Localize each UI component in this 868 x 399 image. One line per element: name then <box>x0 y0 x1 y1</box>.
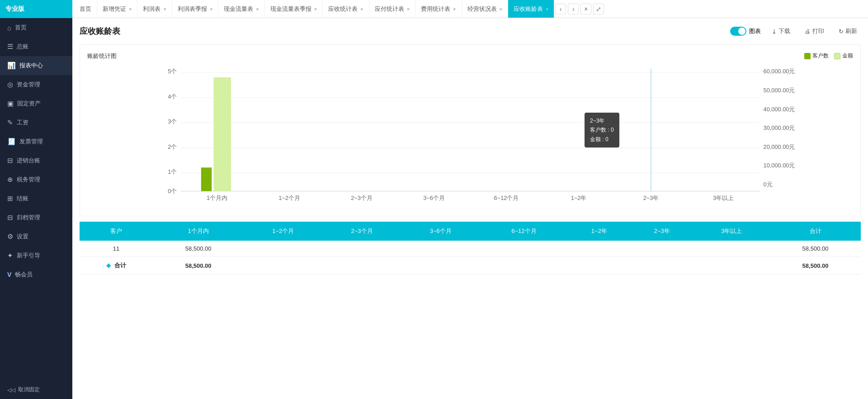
legend-amount: 金额 <box>834 52 853 60</box>
legend-customer-color <box>804 53 811 59</box>
svg-text:40,000.00元: 40,000.00元 <box>764 106 795 113</box>
tab-close-all[interactable]: × <box>580 4 591 14</box>
tab-ap-stats[interactable]: 应付统计表 × <box>369 0 415 18</box>
svg-text:3~6个月: 3~6个月 <box>423 195 445 201</box>
download-label: 下载 <box>778 27 790 35</box>
sidebar: 专业版 ⌂ 首页 ☰ 总账 📊 报表中心 ◎ 资金管理 ▣ 固定资产 ✎ 工资 … <box>0 0 72 399</box>
sidebar-item-label: 总账 <box>17 43 28 51</box>
table-total-row: ◈ 合计 58,500.00 58,500.00 <box>80 257 861 275</box>
tab-profit-label: 利润表 <box>143 5 160 13</box>
tab-ar-aging-close[interactable]: × <box>546 6 548 12</box>
tab-ar-aging[interactable]: 应收账龄表 × <box>508 0 554 18</box>
tax-icon: ⊕ <box>7 176 13 184</box>
sidebar-item-tax-mgmt[interactable]: ⊕ 税务管理 <box>0 170 72 189</box>
header-row: 应收账龄表 图表 ⤓ 下载 🖨 打印 ↻ 刷新 <box>80 25 861 37</box>
tab-expense-stats[interactable]: 费用统计表 × <box>415 0 462 18</box>
tab-new-voucher[interactable]: 新增凭证 × <box>97 0 137 18</box>
sidebar-item-label: 固定资产 <box>17 100 41 108</box>
assets-icon: ▣ <box>7 100 14 108</box>
svg-text:50,000.00元: 50,000.00元 <box>764 87 795 94</box>
sidebar-item-general-ledger[interactable]: ☰ 总账 <box>0 37 72 56</box>
sidebar-item-guide[interactable]: ✦ 新手引导 <box>0 246 72 265</box>
main-content: 首页 新增凭证 × 利润表 × 利润表季报 × 现金流量表 × 现金流量表季报 … <box>72 0 868 399</box>
tab-nav-prev[interactable]: ‹ <box>555 4 566 14</box>
total-year3plus <box>693 257 770 275</box>
tab-ar-stats-label: 应收统计表 <box>328 5 358 13</box>
tab-profit-close[interactable]: × <box>163 6 166 12</box>
guide-icon: ✦ <box>7 252 13 260</box>
tab-operation-status-close[interactable]: × <box>500 6 502 12</box>
bar-amount-1month <box>214 77 231 191</box>
svg-text:60,000.00元: 60,000.00元 <box>764 68 795 75</box>
tab-nav-next[interactable]: › <box>568 4 579 14</box>
print-button[interactable]: 🖨 打印 <box>801 25 828 37</box>
tab-expand[interactable]: ⤢ <box>593 4 604 14</box>
svg-text:2个: 2个 <box>168 143 177 150</box>
col-header-year12: 1~2年 <box>568 222 631 241</box>
tab-cashflow-quarterly-close[interactable]: × <box>314 6 317 12</box>
tab-new-voucher-label: 新增凭证 <box>103 5 126 13</box>
download-button[interactable]: ⤓ 下载 <box>768 25 794 37</box>
cell-year23 <box>631 241 693 257</box>
tab-cashflow-quarterly[interactable]: 现金流量表季报 × <box>265 0 323 18</box>
sidebar-item-settings[interactable]: ⚙ 设置 <box>0 227 72 246</box>
tab-profit[interactable]: 利润表 × <box>137 0 172 18</box>
col-header-month612: 6~12个月 <box>480 222 568 241</box>
ledger-icon: ☰ <box>7 43 13 51</box>
svg-text:5个: 5个 <box>168 68 177 75</box>
chart-toggle[interactable] <box>730 27 746 36</box>
total-label-cell: ◈ 合计 <box>80 257 153 275</box>
tab-ar-stats[interactable]: 应收统计表 × <box>323 0 369 18</box>
svg-text:1个月内: 1个月内 <box>207 195 227 201</box>
legend-amount-color <box>834 53 840 59</box>
tab-ar-stats-close[interactable]: × <box>360 6 363 12</box>
sidebar-item-archive-mgmt[interactable]: ⊟ 归档管理 <box>0 208 72 227</box>
sidebar-item-invoice-mgmt[interactable]: 🧾 发票管理 <box>0 132 72 151</box>
sidebar-item-label: 首页 <box>15 24 27 32</box>
table-header-row: 客户 1个月内 1~2个月 2~3个月 3~6个月 6~12个月 1~2年 2~… <box>80 222 861 241</box>
unpin-label: 取消固定 <box>18 386 40 394</box>
tab-operation-status[interactable]: 经营状况表 × <box>462 0 508 18</box>
sidebar-item-report-center[interactable]: 📊 报表中心 <box>0 56 72 75</box>
tab-expense-stats-close[interactable]: × <box>453 6 456 12</box>
svg-text:3个: 3个 <box>168 118 177 125</box>
sidebar-item-label: 新手引导 <box>17 252 40 260</box>
tab-cashflow-close[interactable]: × <box>256 6 259 12</box>
svg-text:2~3个月: 2~3个月 <box>351 195 373 201</box>
tab-ap-stats-close[interactable]: × <box>407 6 410 12</box>
sidebar-item-vip[interactable]: V 畅会员 <box>0 265 72 284</box>
col-header-customer: 客户 <box>80 222 153 241</box>
refresh-button[interactable]: ↻ 刷新 <box>835 25 861 37</box>
tab-profit-quarterly-close[interactable]: × <box>210 6 212 12</box>
page-title: 应收账龄表 <box>80 26 120 37</box>
sidebar-item-payroll[interactable]: ✎ 工资 <box>0 113 72 132</box>
sidebar-item-label: 设置 <box>17 233 28 241</box>
total-year12 <box>568 257 631 275</box>
sidebar-unpin-button[interactable]: ◁◁ 取消固定 <box>0 380 72 399</box>
svg-text:0元: 0元 <box>764 181 773 188</box>
svg-text:6~12个月: 6~12个月 <box>494 195 519 201</box>
sidebar-item-closing[interactable]: ⊞ 结账 <box>0 189 72 208</box>
cell-customer: 11 <box>80 241 153 257</box>
tab-new-voucher-close[interactable]: × <box>129 6 132 12</box>
content-area: 应收账龄表 图表 ⤓ 下载 🖨 打印 ↻ 刷新 <box>72 18 868 399</box>
tab-profit-quarterly[interactable]: 利润表季报 × <box>172 0 218 18</box>
total-month12 <box>244 257 322 275</box>
archive-icon: ⊟ <box>7 214 13 222</box>
tab-cashflow-label: 现金流量表 <box>224 5 253 13</box>
tab-cashflow[interactable]: 现金流量表 × <box>218 0 264 18</box>
svg-text:2~3年: 2~3年 <box>643 195 659 201</box>
total-month612 <box>480 257 568 275</box>
total-year23 <box>631 257 693 275</box>
sidebar-item-fixed-assets[interactable]: ▣ 固定资产 <box>0 94 72 113</box>
sidebar-logo: 专业版 <box>0 0 72 18</box>
svg-text:0个: 0个 <box>168 188 177 195</box>
tab-home[interactable]: 首页 <box>74 0 97 18</box>
sidebar-item-fund-mgmt[interactable]: ◎ 资金管理 <box>0 75 72 94</box>
tab-home-label: 首页 <box>80 5 91 13</box>
sidebar-item-stock-ledger[interactable]: ⊟ 进销台账 <box>0 151 72 170</box>
total-total: 58,500.00 <box>770 257 861 275</box>
svg-text:1~2年: 1~2年 <box>571 195 587 201</box>
tab-ap-stats-label: 应付统计表 <box>375 5 404 13</box>
sidebar-item-home[interactable]: ⌂ 首页 <box>0 18 72 37</box>
